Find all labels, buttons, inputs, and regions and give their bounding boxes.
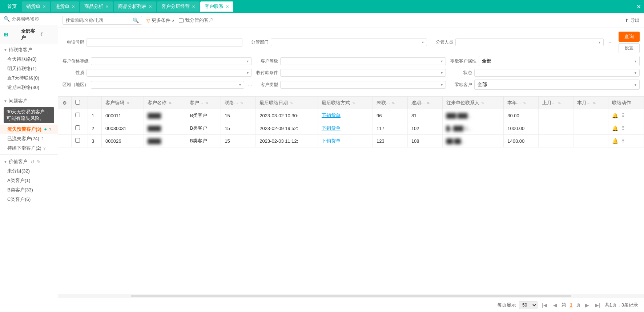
tab-purchase[interactable]: 进货单 ✕ <box>51 1 79 12</box>
column-unit-contact[interactable]: 往来单位联系人 ⇅ <box>442 97 504 109</box>
section-value-customers[interactable]: ▼ 价值客户 ↺ ✎ <box>0 156 58 166</box>
phone-input[interactable] <box>86 38 242 47</box>
export-button[interactable]: ⬆ 导出 <box>625 17 640 24</box>
person-select-arrow: ▾ <box>599 40 600 44</box>
next-page-button[interactable]: ▶ <box>584 301 591 309</box>
section-pending-contact[interactable]: ▼ 待联络客户 <box>0 44 58 54</box>
tab-analysis-list-close[interactable]: ✕ <box>149 4 152 9</box>
row-last-method-2[interactable]: 下销货单 <box>318 135 373 147</box>
my-customers-filter[interactable]: 我分管的客户 <box>179 17 213 24</box>
column-last-month[interactable]: 上月... ⇅ <box>539 97 573 109</box>
zero-customer-select[interactable]: 全部 ▾ <box>474 80 640 90</box>
tab-customer-layer-close[interactable]: ✕ <box>192 4 195 9</box>
filter-row-4: 区域（地区） ▾ ··· 客户类型 ▾ 零歇客户 <box>63 80 640 90</box>
zero-attr-select[interactable]: 全部 ▾ <box>479 56 640 66</box>
row-last-method-1[interactable]: 下销货单 <box>318 122 373 135</box>
tab-analysis-list[interactable]: 商品分析列表 ✕ <box>114 1 156 12</box>
row-contact-1: 15 <box>221 122 256 135</box>
customer-type-select[interactable]: ▾ <box>280 81 446 89</box>
tab-customer-contact[interactable]: 客户联系 ✕ <box>200 1 233 12</box>
sort-icon-code: ⇅ <box>126 101 129 105</box>
tab-analysis[interactable]: 商品分析 ✕ <box>80 1 113 12</box>
action-chat-2[interactable]: 🔔 <box>612 138 618 144</box>
region-dots[interactable]: ··· <box>248 82 252 88</box>
row-last-method-0[interactable]: 下销货单 <box>318 109 373 122</box>
tab-home[interactable]: 首页 <box>3 1 21 12</box>
refresh-icon[interactable]: ↺ <box>31 159 35 165</box>
nature-select[interactable]: ▾ <box>86 69 252 77</box>
customer-level-select[interactable]: ▾ <box>280 57 446 65</box>
status-select[interactable]: ▾ <box>474 69 640 77</box>
tab-sales-close[interactable]: ✕ <box>43 4 46 9</box>
person-select[interactable]: ▾ <box>455 39 604 46</box>
column-name[interactable]: 客户名称 ⇅ <box>144 97 186 109</box>
column-this-year[interactable]: 本年... ⇅ <box>504 97 539 109</box>
tab-purchase-close[interactable]: ✕ <box>72 4 75 9</box>
sidebar-item-tomorrow[interactable]: 明天待联络(1) <box>0 64 58 73</box>
edit-icon[interactable]: ✎ <box>37 159 41 165</box>
person-dots[interactable]: ··· <box>607 40 611 45</box>
section-problem-customers[interactable]: ▼ 问题客户 <box>0 96 58 106</box>
tab-sales[interactable]: 销货单 ✕ <box>22 1 50 12</box>
last-page-button[interactable]: ▶| <box>593 301 602 309</box>
region-select[interactable]: ▾ <box>91 81 244 89</box>
tab-analysis-close[interactable]: ✕ <box>105 4 109 9</box>
row-checkbox-2[interactable] <box>75 138 80 143</box>
column-last-method[interactable]: 最后联络方式 ⇅ <box>318 97 373 109</box>
scrollbar-track[interactable] <box>131 295 571 297</box>
column-overdue[interactable]: 逾期... ⇅ <box>407 97 442 109</box>
horizontal-scrollbar[interactable] <box>58 294 644 298</box>
filter-field-customer-level: 客户等级 ▾ <box>256 57 446 65</box>
column-contact[interactable]: 联络... ⇅ <box>221 97 256 109</box>
payment-arrow: ▾ <box>441 71 443 75</box>
column-type[interactable]: 客户... ⇅ <box>186 97 221 109</box>
prev-page-button[interactable]: ◀ <box>552 301 559 309</box>
sidebar-item-overdue[interactable]: 逾期未联络(30) <box>0 83 58 92</box>
sidebar-search-input[interactable] <box>12 16 58 21</box>
action-more-1[interactable]: ⠿ <box>621 125 625 131</box>
first-page-button[interactable]: |◀ <box>540 301 549 309</box>
sidebar-item-ungrouped[interactable]: 未分组(32) <box>0 166 58 176</box>
row-check-1[interactable] <box>71 122 88 135</box>
tab-customer-contact-close[interactable]: ✕ <box>226 4 229 9</box>
column-gear[interactable]: ⚙ <box>58 97 71 109</box>
payment-select[interactable]: ▾ <box>280 69 446 77</box>
window-close-button[interactable]: ✕ <box>636 3 641 10</box>
row-checkbox-1[interactable] <box>75 125 80 130</box>
my-customers-checkbox[interactable] <box>179 18 184 23</box>
search-input[interactable] <box>66 18 131 23</box>
settings-button[interactable]: 设置 <box>619 43 640 53</box>
action-chat-1[interactable]: 🔔 <box>612 125 618 131</box>
sidebar-item-declining[interactable]: 持续下滑客户(2) ? <box>0 143 58 153</box>
per-page-select[interactable]: 50 100 200 <box>519 301 538 309</box>
action-chat-0[interactable]: 🔔 <box>612 113 618 118</box>
column-this-month[interactable]: 本月... ⇅ <box>573 97 608 109</box>
search-button[interactable]: 🔍 <box>133 17 139 23</box>
sidebar-item-class-b[interactable]: B类客户(33) <box>0 185 58 195</box>
sidebar-root-group[interactable]: ⊞ 全部客户 《 <box>0 25 58 44</box>
action-more-0[interactable]: ⠿ <box>621 113 625 118</box>
row-checkbox-0[interactable] <box>75 113 80 117</box>
tab-customer-layer[interactable]: 客户分层经营 ✕ <box>157 1 200 12</box>
row-check-2[interactable] <box>71 135 88 147</box>
column-check[interactable] <box>71 97 88 109</box>
more-conditions-button[interactable]: ▽ 更多条件 ∧ <box>146 17 174 24</box>
query-button[interactable]: 查询 <box>619 32 640 42</box>
sidebar-item-class-a[interactable]: A类客户(1) <box>0 176 58 185</box>
dept-select[interactable]: ▾ <box>271 39 427 46</box>
action-more-2[interactable]: ⠿ <box>621 138 625 144</box>
select-all-checkbox[interactable] <box>75 100 80 105</box>
column-no-contact[interactable]: 未联... ⇅ <box>373 97 408 109</box>
sidebar-item-today[interactable]: 今天待联络(0) <box>0 54 58 64</box>
sidebar-item-class-c[interactable]: C类客户(6) <box>0 195 58 204</box>
sidebar-item-churned[interactable]: 已流失客户(24) ? <box>0 134 58 143</box>
sidebar-item-churn-warning[interactable]: 流失预警客户(3) ● ? <box>0 125 58 134</box>
column-code[interactable]: 客户编码 ⇅ <box>101 97 144 109</box>
row-type-0: B类客户 <box>186 109 221 122</box>
row-check-0[interactable] <box>71 109 88 122</box>
row-action-0: 🔔 ⠿ <box>608 109 644 122</box>
column-last-date[interactable]: 最后联络日期 ⇅ <box>256 97 318 109</box>
sidebar-item-7days[interactable]: 近7天待联络(0) <box>0 73 58 83</box>
price-level-select[interactable]: ▾ <box>91 57 252 65</box>
sidebar-collapse-btn[interactable]: 《 <box>38 32 54 38</box>
